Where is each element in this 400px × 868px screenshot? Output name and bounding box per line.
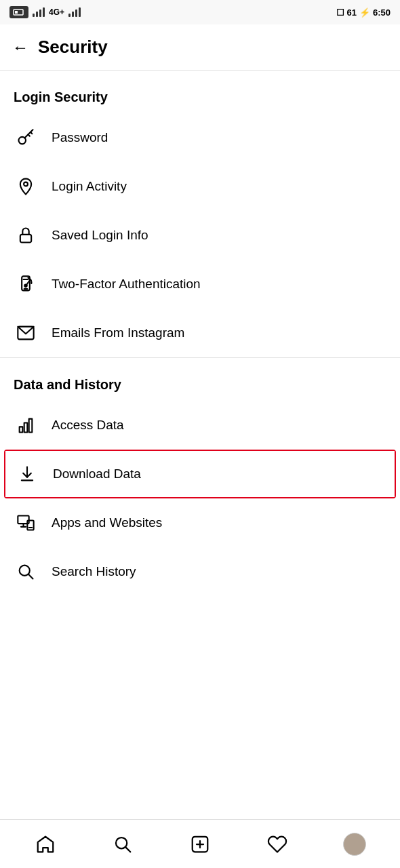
menu-item-download-data[interactable]: Download Data — [5, 451, 395, 497]
pin-icon — [14, 174, 38, 199]
menu-item-password[interactable]: Password — [0, 113, 400, 162]
svg-point-6 — [24, 182, 28, 186]
login-security-header: Login Security — [0, 71, 400, 113]
nav-new-post[interactable] — [182, 827, 218, 862]
saved-login-label: Saved Login Info — [52, 228, 148, 243]
home-icon — [35, 834, 56, 854]
svg-line-4 — [31, 132, 32, 134]
app-icon — [9, 6, 28, 18]
menu-item-access-data[interactable]: Access Data — [0, 401, 400, 450]
signal-bars-2 — [68, 7, 81, 17]
bottom-nav — [0, 819, 400, 868]
menu-item-saved-login[interactable]: Saved Login Info — [0, 211, 400, 260]
page-title: Security — [38, 37, 108, 58]
status-right: ☐ 61 ⚡ 6:50 — [336, 7, 391, 18]
data-history-section: Data and History Access Data Download Da… — [0, 358, 400, 596]
download-icon — [15, 462, 39, 486]
shield-phone-icon — [14, 272, 38, 296]
lock-icon — [14, 223, 38, 248]
search-icon — [14, 559, 38, 584]
heart-icon — [267, 834, 287, 854]
search-nav-icon — [113, 834, 133, 854]
login-activity-label: Login Activity — [52, 179, 127, 194]
nav-activity[interactable] — [260, 827, 295, 862]
svg-rect-1 — [15, 11, 18, 14]
menu-item-two-factor[interactable]: Two-Factor Authentication — [0, 260, 400, 309]
time-display: 6:50 — [373, 7, 391, 18]
key-icon — [14, 125, 38, 150]
battery-level: 61 — [347, 7, 357, 18]
monitor-icon — [14, 511, 38, 535]
login-security-section: Login Security Password Login Activity — [0, 71, 400, 357]
download-data-highlight: Download Data — [4, 450, 396, 498]
download-data-label: Download Data — [53, 467, 141, 481]
menu-item-apps-websites[interactable]: Apps and Websites — [0, 498, 400, 547]
menu-item-search-history[interactable]: Search History — [0, 547, 400, 596]
plus-square-icon — [190, 834, 210, 854]
svg-rect-13 — [29, 419, 33, 433]
data-history-header: Data and History — [0, 358, 400, 401]
avatar — [343, 833, 366, 856]
battery-indicator: ☐ — [336, 7, 344, 18]
nav-home[interactable] — [28, 827, 63, 862]
svg-line-21 — [28, 574, 33, 578]
access-data-label: Access Data — [52, 418, 124, 433]
content-spacer — [0, 596, 400, 819]
svg-rect-11 — [20, 427, 23, 432]
page-header: ← Security — [0, 24, 400, 71]
two-factor-label: Two-Factor Authentication — [52, 277, 201, 292]
nav-search[interactable] — [105, 827, 140, 862]
status-bar: 4G+ ☐ 61 ⚡ 6:50 — [0, 0, 400, 24]
svg-rect-12 — [24, 423, 28, 433]
network-type: 4G+ — [49, 7, 64, 17]
status-left: 4G+ — [9, 6, 81, 18]
back-button[interactable]: ← — [12, 38, 28, 57]
bar-chart-icon — [14, 413, 38, 437]
menu-item-login-activity[interactable]: Login Activity — [0, 162, 400, 211]
emails-label: Emails From Instagram — [52, 326, 184, 340]
search-history-label: Search History — [52, 564, 136, 579]
password-label: Password — [52, 130, 108, 145]
svg-line-5 — [28, 134, 30, 136]
svg-line-23 — [125, 847, 130, 852]
mail-icon — [14, 321, 38, 345]
battery-bolt: ⚡ — [359, 7, 370, 18]
svg-rect-7 — [20, 235, 31, 243]
apps-websites-label: Apps and Websites — [52, 515, 162, 530]
menu-item-emails[interactable]: Emails From Instagram — [0, 309, 400, 357]
nav-profile[interactable] — [337, 827, 372, 862]
signal-bars — [33, 7, 45, 17]
